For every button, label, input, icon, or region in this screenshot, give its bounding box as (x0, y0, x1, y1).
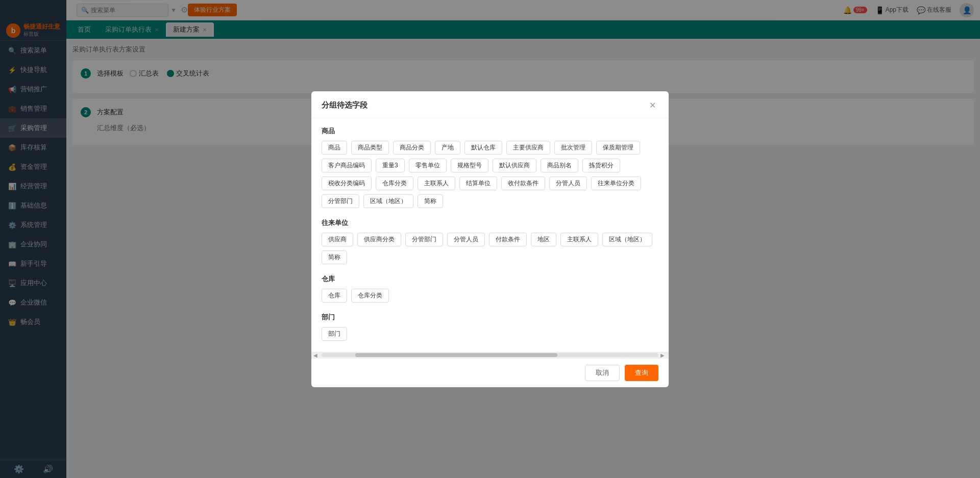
field-default-warehouse[interactable]: 默认仓库 (464, 141, 502, 155)
field-goods-alias[interactable]: 商品别名 (541, 159, 578, 172)
section-goods-title: 商品 (322, 127, 658, 136)
modal-dialog: 分组待选字段 ✕ 商品 商品 商品类型 商品分类 产地 默认仓库 主要供应商 批… (311, 91, 669, 387)
field-origin[interactable]: 产地 (435, 141, 460, 155)
field-goods-type[interactable]: 商品类型 (351, 141, 389, 155)
field-spec-model[interactable]: 规格型号 (451, 159, 488, 172)
field-supplier[interactable]: 供应商 (322, 233, 353, 246)
hscroll-thumb[interactable] (355, 353, 557, 357)
warehouse-fields-grid: 仓库 仓库分类 (322, 289, 658, 303)
field-main-contact-partner[interactable]: 主联系人 (560, 233, 598, 246)
field-warehouse-category[interactable]: 仓库分类 (376, 177, 413, 190)
section-partner-title: 往来单位 (322, 218, 658, 228)
section-partner: 往来单位 供应商 供应商分类 分管部门 分管人员 付款条件 地区 主联系人 区域… (322, 218, 658, 264)
modal-title: 分组待选字段 (322, 100, 368, 110)
modal-header: 分组待选字段 ✕ (311, 91, 669, 118)
section-warehouse-title: 仓库 (322, 274, 658, 284)
field-settlement-unit[interactable]: 结算单位 (459, 177, 497, 190)
field-weight3[interactable]: 重量3 (376, 159, 405, 172)
field-region-partner[interactable]: 区域（地区） (602, 233, 652, 246)
section-department: 部门 部门 (322, 313, 658, 341)
field-goods[interactable]: 商品 (322, 141, 347, 155)
field-department[interactable]: 部门 (322, 327, 347, 341)
hscroll-right-btn[interactable]: ▶ (660, 353, 667, 358)
field-partner-category[interactable]: 往来单位分类 (591, 177, 641, 190)
field-batch-management[interactable]: 批次管理 (554, 141, 592, 155)
field-goods-category[interactable]: 商品分类 (393, 141, 431, 155)
section-warehouse: 仓库 仓库 仓库分类 (322, 274, 658, 303)
field-payment-terms[interactable]: 收付款条件 (501, 177, 545, 190)
modal-close-button[interactable]: ✕ (646, 99, 658, 112)
section-goods: 商品 商品 商品类型 商品分类 产地 默认仓库 主要供应商 批次管理 保质期管理… (322, 127, 658, 208)
field-payment-condition[interactable]: 付款条件 (489, 233, 527, 246)
field-customer-goods-code[interactable]: 客户商品编码 (322, 159, 372, 172)
field-main-supplier[interactable]: 主要供应商 (506, 141, 550, 155)
field-retail-unit[interactable]: 零售单位 (409, 159, 447, 172)
field-dept-partner[interactable]: 分管部门 (405, 233, 443, 246)
section-department-title: 部门 (322, 313, 658, 322)
field-expiry-management[interactable]: 保质期管理 (596, 141, 640, 155)
field-short-name-goods[interactable]: 简称 (418, 194, 443, 208)
goods-fields-grid: 商品 商品类型 商品分类 产地 默认仓库 主要供应商 批次管理 保质期管理 客户… (322, 141, 658, 208)
modal-hscroll: ◀ ▶ (311, 352, 669, 358)
hscroll-left-btn[interactable]: ◀ (313, 353, 320, 358)
field-tax-code[interactable]: 税收分类编码 (322, 177, 372, 190)
field-supervisor[interactable]: 分管人员 (549, 177, 587, 190)
field-person-partner[interactable]: 分管人员 (447, 233, 485, 246)
modal-footer: 取消 查询 (311, 358, 669, 387)
confirm-button[interactable]: 查询 (625, 365, 658, 381)
cancel-button[interactable]: 取消 (585, 365, 620, 381)
field-short-name-partner[interactable]: 简称 (322, 250, 347, 264)
field-area[interactable]: 地区 (531, 233, 556, 246)
field-region-goods[interactable]: 区域（地区） (363, 194, 413, 208)
field-main-contact[interactable]: 主联系人 (418, 177, 455, 190)
field-default-supplier[interactable]: 默认供应商 (493, 159, 536, 172)
department-fields-grid: 部门 (322, 327, 658, 341)
field-warehouse[interactable]: 仓库 (322, 289, 347, 303)
field-supplier-category[interactable]: 供应商分类 (357, 233, 401, 246)
field-warehouse-type[interactable]: 仓库分类 (351, 289, 389, 303)
field-pick-points[interactable]: 拣货积分 (582, 159, 620, 172)
modal-overlay: 分组待选字段 ✕ 商品 商品 商品类型 商品分类 产地 默认仓库 主要供应商 批… (0, 0, 980, 478)
field-supervisor-dept[interactable]: 分管部门 (322, 194, 359, 208)
partner-fields-grid: 供应商 供应商分类 分管部门 分管人员 付款条件 地区 主联系人 区域（地区） … (322, 233, 658, 264)
modal-body: 商品 商品 商品类型 商品分类 产地 默认仓库 主要供应商 批次管理 保质期管理… (311, 118, 669, 352)
